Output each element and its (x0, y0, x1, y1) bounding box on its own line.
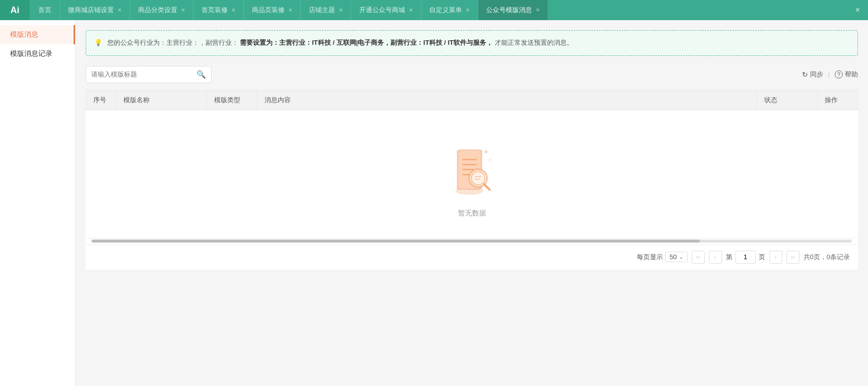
tab-item-shop-settings[interactable]: 微商城店铺设置× (60, 0, 130, 20)
empty-text: 暂无数据 (96, 209, 848, 218)
sync-label: 同步 (810, 70, 823, 79)
empty-state: ✦ ✦ 暂无数据 (86, 110, 858, 238)
prev-page-button[interactable]: ‹ (709, 251, 722, 264)
search-input[interactable] (91, 70, 196, 78)
search-input-wrap[interactable]: 🔍 (86, 66, 212, 83)
table-body: ✦ ✦ 暂无数据 (86, 110, 858, 238)
tab-close-open-mall[interactable]: × (409, 7, 413, 14)
help-label: 帮助 (845, 70, 858, 79)
data-table: 序号模版名称模版类型消息内容状态操作 (86, 90, 858, 238)
page-size-value: 50 (670, 253, 677, 261)
notice-highlight: 需要设置为：主营行业：IT科技 / 互联网|电子商务，副营行业：IT科技 / I… (240, 39, 493, 46)
col-header-status: 状态 (757, 90, 818, 110)
col-header-type: 模版类型 (207, 90, 257, 110)
tab-bar: Ai 首页微商城店铺设置×商品分类设置×首页装修×商品页装修×店铺主题×开通公众… (0, 0, 868, 20)
app-logo: Ai (0, 0, 30, 20)
next-page-button[interactable]: › (769, 251, 782, 264)
svg-text:✦: ✦ (483, 148, 489, 156)
sidebar: 模版消息模版消息记录 (0, 20, 76, 386)
col-header-index: 序号 (86, 90, 116, 110)
sidebar-item-template-msg[interactable]: 模版消息 (0, 25, 75, 44)
tab-item-template-msg[interactable]: 公众号模版消息× (478, 0, 548, 20)
tab-item-custom-menu[interactable]: 自定义菜单× (421, 0, 478, 20)
tab-item-product-decor[interactable]: 商品页装修× (244, 0, 301, 20)
pagination: 每页显示 50 ⌄ ‹‹ ‹ 第 页 › ›› 共0页，0条记录 (86, 244, 858, 270)
tab-close-shop-theme[interactable]: × (339, 7, 343, 14)
help-icon: ? (835, 70, 843, 79)
page-number-input[interactable] (736, 251, 756, 264)
notice-banner: 💡 您的公众号行业为：主营行业：，副营行业： 需要设置为：主营行业：IT科技 /… (86, 30, 858, 56)
svg-line-7 (484, 184, 490, 190)
col-header-name: 模版名称 (116, 90, 207, 110)
scrollbar-track[interactable] (86, 238, 858, 244)
sidebar-item-template-msg-log[interactable]: 模版消息记录 (0, 44, 75, 63)
search-icon[interactable]: 🔍 (196, 70, 206, 79)
notice-icon: 💡 (94, 39, 102, 46)
page-suffix-label: 页 (759, 253, 765, 262)
tab-item-category-settings[interactable]: 商品分类设置× (130, 0, 193, 20)
svg-point-6 (472, 172, 485, 185)
table-wrap: 序号模版名称模版类型消息内容状态操作 (86, 90, 858, 270)
close-all-button[interactable]: × (847, 6, 868, 15)
sync-icon: ↻ (802, 70, 808, 79)
sidebar-items: 模版消息模版消息记录 (0, 25, 75, 63)
scrollbar-inner (92, 240, 852, 243)
page-size-select: 每页显示 50 ⌄ (637, 252, 687, 262)
content-area: 💡 您的公众号行业为：主营行业：，副营行业： 需要设置为：主营行业：IT科技 /… (76, 20, 868, 386)
chevron-down-icon: ⌄ (679, 254, 683, 260)
main-layout: 模版消息模版消息记录 💡 您的公众号行业为：主营行业：，副营行业： 需要设置为：… (0, 20, 868, 386)
tab-item-home[interactable]: 首页 (30, 0, 60, 20)
total-info: 共0页，0条记录 (804, 253, 850, 262)
notice-prefix: 您的公众号行业为：主营行业：，副营行业： (107, 39, 238, 46)
tab-close-product-decor[interactable]: × (289, 7, 292, 14)
tab-close-custom-menu[interactable]: × (466, 7, 470, 14)
page-size-dropdown[interactable]: 50 ⌄ (665, 252, 687, 262)
tab-close-template-msg[interactable]: × (536, 7, 540, 14)
page-input-wrap: 第 页 (726, 251, 765, 264)
tab-item-homepage-decor[interactable]: 首页装修× (193, 0, 244, 20)
sync-button[interactable]: ↻ 同步 (802, 70, 823, 79)
tabs-container: 首页微商城店铺设置×商品分类设置×首页装修×商品页装修×店铺主题×开通公众号商城… (30, 0, 548, 20)
col-header-action: 操作 (818, 90, 858, 110)
col-header-content: 消息内容 (257, 90, 757, 110)
svg-text:✦: ✦ (488, 158, 492, 163)
help-button[interactable]: ? 帮助 (835, 70, 858, 79)
page-size-label: 每页显示 (637, 253, 663, 262)
notice-suffix: 才能正常发送预置的消息。 (495, 39, 573, 46)
first-page-button[interactable]: ‹‹ (692, 251, 705, 264)
toolbar-divider: | (828, 70, 830, 78)
tab-close-homepage-decor[interactable]: × (232, 7, 235, 14)
tab-item-shop-theme[interactable]: 店铺主题× (301, 0, 351, 20)
empty-illustration: ✦ ✦ (442, 140, 502, 201)
table-header-row: 序号模版名称模版类型消息内容状态操作 (86, 90, 858, 110)
tab-close-category-settings[interactable]: × (181, 7, 185, 14)
scrollbar-thumb[interactable] (92, 240, 700, 243)
last-page-button[interactable]: ›› (786, 251, 799, 264)
search-bar: 🔍 ↻ 同步 | ? 帮助 (86, 66, 858, 83)
page-prefix-label: 第 (726, 253, 732, 262)
tab-item-open-mall[interactable]: 开通公众号商城× (351, 0, 421, 20)
toolbar-right: ↻ 同步 | ? 帮助 (802, 70, 858, 79)
tab-close-shop-settings[interactable]: × (118, 7, 121, 14)
